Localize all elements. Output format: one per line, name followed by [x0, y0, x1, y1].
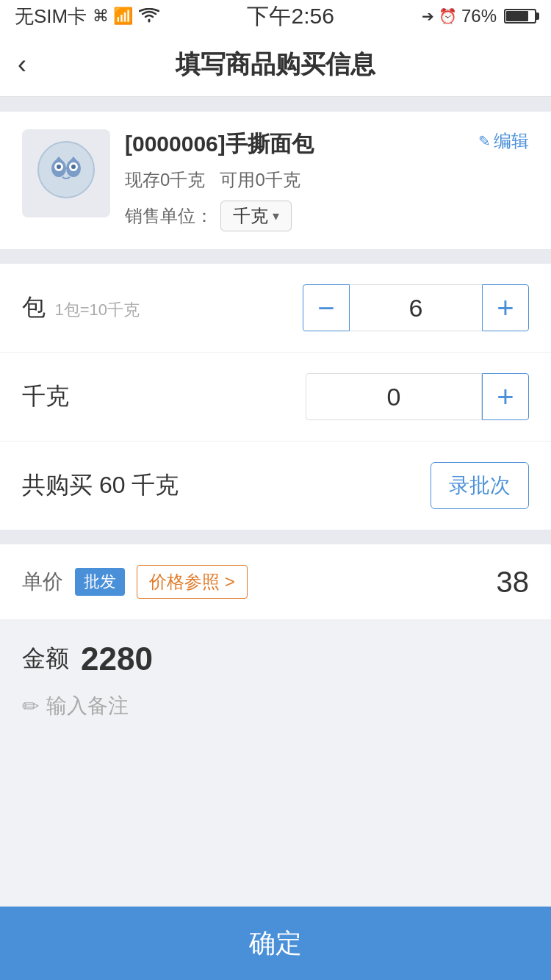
wifi-symbol	[139, 5, 159, 28]
quantity-control-bao: − +	[303, 284, 529, 331]
location-icon: ➔	[422, 7, 434, 25]
alarm-icon: ⏰	[439, 7, 457, 25]
remark-placeholder: 输入备注	[46, 692, 129, 720]
wifi-icon: ⌘ 📶	[93, 7, 133, 26]
product-logo	[37, 140, 96, 207]
decrement-bao-button[interactable]: −	[303, 284, 350, 331]
battery-icon	[504, 9, 536, 24]
back-button[interactable]: ‹	[18, 49, 26, 80]
edit-button[interactable]: ✎ 编辑	[478, 129, 529, 153]
svg-point-6	[71, 165, 76, 169]
price-reference-button[interactable]: 价格参照 >	[137, 565, 248, 599]
price-label: 单价	[22, 568, 63, 596]
batch-button[interactable]: 录批次	[431, 462, 529, 509]
dropdown-arrow-icon: ▾	[273, 208, 279, 224]
section-divider-3	[0, 530, 551, 544]
section-divider-2	[0, 249, 551, 264]
edit-icon: ✎	[478, 132, 491, 150]
quantity-row-bao: 包 1包=10千克 − +	[0, 264, 551, 353]
quantity-label-kg: 千克	[22, 381, 306, 413]
status-right: ➔ ⏰ 76%	[422, 6, 536, 26]
price-section: 单价 批发 价格参照 > 38	[0, 544, 551, 620]
product-info: [0000006]手撕面包 现存0千克 可用0千克 销售单位： 千克 ▾	[125, 129, 529, 231]
battery-percentage: 76%	[461, 6, 497, 26]
price-type-tag: 批发	[75, 568, 125, 596]
svg-point-0	[38, 142, 94, 198]
quantity-control-kg: +	[306, 373, 529, 420]
unit-selector[interactable]: 千克 ▾	[220, 201, 292, 231]
quantity-bao-input[interactable]	[350, 284, 482, 331]
increment-kg-button[interactable]: +	[482, 373, 529, 420]
status-bar: 无SIM卡 ⌘ 📶 下午2:56 ➔ ⏰ 76%	[0, 0, 551, 32]
product-unit-row: 销售单位： 千克 ▾	[125, 201, 529, 231]
price-value: 38	[497, 566, 530, 599]
status-carrier: 无SIM卡 ⌘ 📶	[15, 4, 159, 29]
quantity-label-bao: 包 1包=10千克	[22, 292, 303, 324]
amount-row: 金额 2280	[22, 641, 529, 677]
section-divider-top	[0, 97, 551, 112]
total-text: 共购买 60 千克	[22, 469, 179, 502]
amount-label: 金额	[22, 643, 69, 675]
amount-section: 金额 2280 ✏ 输入备注	[0, 620, 551, 741]
total-row: 共购买 60 千克 录批次	[0, 442, 551, 530]
input-section: 包 1包=10千克 − + 千克 +	[0, 264, 551, 442]
product-image	[22, 129, 110, 217]
price-row: 单价 批发 价格参照 > 38	[0, 544, 551, 620]
product-name: [0000006]手撕面包	[125, 129, 529, 159]
increment-bao-button[interactable]: +	[482, 284, 529, 331]
status-time: 下午2:56	[247, 1, 334, 32]
svg-point-5	[57, 165, 61, 169]
remark-row[interactable]: ✏ 输入备注	[22, 692, 529, 720]
quantity-kg-input[interactable]	[306, 373, 482, 420]
pencil-icon: ✏	[22, 694, 39, 718]
page-title: 填写商品购买信息	[176, 48, 375, 82]
product-stock: 现存0千克 可用0千克	[125, 168, 529, 192]
nav-bar: ‹ 填写商品购买信息	[0, 32, 551, 97]
confirm-button[interactable]: 确定	[0, 907, 551, 980]
amount-value: 2280	[81, 641, 153, 677]
quantity-row-kg: 千克 +	[0, 353, 551, 442]
product-card: [0000006]手撕面包 现存0千克 可用0千克 销售单位： 千克 ▾ ✎ 编…	[0, 112, 551, 249]
